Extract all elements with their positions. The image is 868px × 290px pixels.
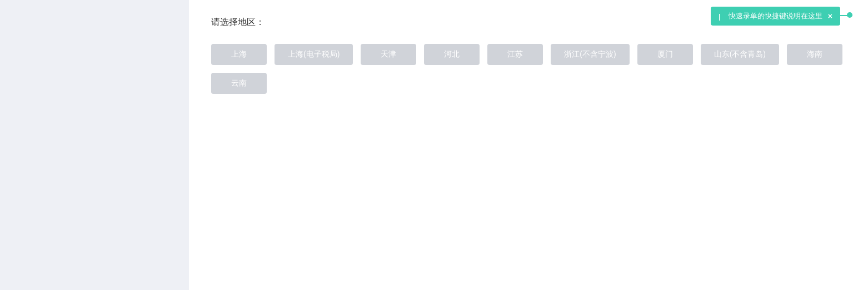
sidebar <box>0 0 189 290</box>
region-button-xiamen[interactable]: 厦门 <box>637 44 693 65</box>
tooltip-text: 快速录单的快捷键说明在这里 <box>729 11 822 21</box>
region-button-shandong[interactable]: 山东(不含青岛) <box>701 44 779 65</box>
region-button-shanghai-etax[interactable]: 上海(电子税局) <box>275 44 353 65</box>
tooltip-close-button[interactable]: × <box>828 12 832 20</box>
region-button-tianjin[interactable]: 天津 <box>361 44 416 65</box>
tooltip-dot <box>847 12 852 18</box>
region-button-shanghai[interactable]: 上海 <box>211 44 267 65</box>
region-button-jiangsu[interactable]: 江苏 <box>487 44 543 65</box>
region-button-hainan[interactable]: 海南 <box>787 44 842 65</box>
region-button-yunnan[interactable]: 云南 <box>211 73 267 94</box>
region-button-zhejiang[interactable]: 浙江(不含宁波) <box>551 44 629 65</box>
region-buttons: 上海上海(电子税局)天津河北江苏浙江(不含宁波)厦门山东(不含青岛)海南云南 <box>211 44 846 94</box>
region-button-hebei[interactable]: 河北 <box>424 44 480 65</box>
main-content: 请选择地区： 上海上海(电子税局)天津河北江苏浙江(不含宁波)厦门山东(不含青岛… <box>189 0 868 290</box>
tooltip-banner: 快速录单的快捷键说明在这里 × <box>711 7 840 26</box>
